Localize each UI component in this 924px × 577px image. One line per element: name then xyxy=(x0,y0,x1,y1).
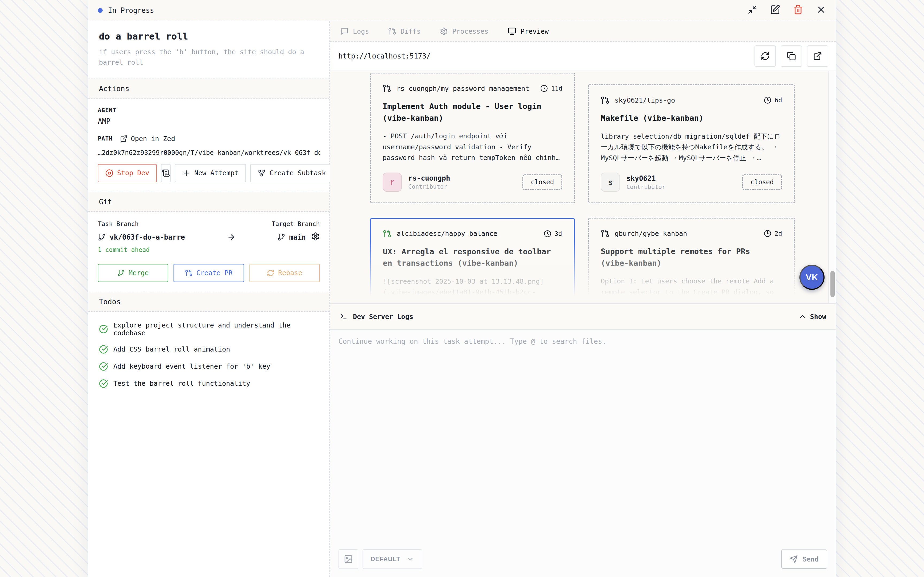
card-body: ![screenshot 2025-10-03 at 13.13.48.png]… xyxy=(383,276,562,303)
dev-logs-button[interactable] xyxy=(161,164,171,182)
check-circle-icon xyxy=(99,362,108,371)
create-subtask-button[interactable]: Create Subtask xyxy=(250,164,333,182)
preview-scrollbar[interactable] xyxy=(828,71,836,303)
attempt-tabs: Logs Diffs Processes Preview xyxy=(330,21,836,42)
actions-section: AGENT AMP PATH Open in Zed …2dz0k7n62z93… xyxy=(88,98,330,192)
tab-diffs[interactable]: Diffs xyxy=(388,27,420,35)
preview-viewport: rs-cuongph/my-password-management 11d Im… xyxy=(330,71,836,303)
todo-item: Add CSS barrel roll animation xyxy=(99,345,319,354)
clock-icon xyxy=(764,230,771,237)
trash-icon xyxy=(793,5,803,15)
monitor-icon xyxy=(508,27,516,35)
tab-processes[interactable]: Processes xyxy=(440,27,488,35)
todos-section-heading: Todos xyxy=(88,292,330,312)
card-role: Contributor xyxy=(627,184,736,190)
card-author: rs-cuongph xyxy=(408,174,516,182)
git-pull-request-icon xyxy=(383,229,391,238)
avatar: r xyxy=(383,172,402,192)
task-description: if users press the 'b' button, the site … xyxy=(99,47,319,68)
send-button[interactable]: Send xyxy=(781,550,827,569)
path-label: PATH xyxy=(98,135,113,142)
card-title: UX: Arregla el responsive de toolbar en … xyxy=(383,246,562,269)
agent-value: AMP xyxy=(98,117,320,125)
card-age: 3d xyxy=(544,230,562,237)
copy-icon xyxy=(787,52,796,61)
git-pull-request-icon xyxy=(185,269,192,277)
attach-image-button[interactable] xyxy=(338,549,358,569)
preview-url-bar: http://localhost:5173/ xyxy=(330,42,836,71)
git-pull-request-icon xyxy=(388,27,396,35)
stop-dev-button[interactable]: Stop Dev xyxy=(98,164,157,182)
copy-url-button[interactable] xyxy=(781,45,802,67)
image-icon xyxy=(344,554,353,564)
tab-logs[interactable]: Logs xyxy=(341,27,369,35)
show-logs-button[interactable]: Show xyxy=(798,313,826,321)
git-section-heading: Git xyxy=(88,192,330,212)
rebase-button[interactable]: Rebase xyxy=(249,264,320,282)
pr-card[interactable]: gburch/gybe-kanban 2d Support multiple r… xyxy=(588,218,795,303)
new-attempt-button[interactable]: New Attempt xyxy=(175,164,246,182)
branch-settings-button[interactable] xyxy=(311,232,320,243)
card-title: Support multiple remotes for PRs (vibe-k… xyxy=(601,246,782,269)
edit-task-button[interactable] xyxy=(770,5,780,16)
check-circle-icon xyxy=(99,324,108,334)
dev-server-logs-bar[interactable]: Dev Server Logs Show xyxy=(330,303,836,330)
arrow-right-icon xyxy=(185,233,278,242)
task-branch-label: Task Branch xyxy=(98,221,139,227)
scrollbar-thumb[interactable] xyxy=(830,271,835,297)
git-pull-request-icon xyxy=(383,84,391,93)
card-repo: sky0621/tips-go xyxy=(615,97,759,104)
task-detail-dialog: In Progress do a barrel roll if users pr… xyxy=(88,0,836,577)
pr-card-selected[interactable]: alcibiadesc/happy-balance 3d UX: Arregla… xyxy=(370,218,575,303)
preview-url[interactable]: http://localhost:5173/ xyxy=(338,52,754,60)
card-age: 11d xyxy=(540,85,562,92)
clock-icon xyxy=(544,230,551,237)
card-repo: rs-cuongph/my-password-management xyxy=(396,85,535,92)
clock-icon xyxy=(540,85,548,92)
pr-card[interactable]: sky0621/tips-go 6d Makefile (vibe-kanban… xyxy=(588,84,795,203)
close-button[interactable] xyxy=(816,5,826,16)
pr-card[interactable]: rs-cuongph/my-password-management 11d Im… xyxy=(370,73,575,203)
card-role: Contributor xyxy=(408,183,516,190)
dialog-header: In Progress xyxy=(88,0,836,21)
composer: DEFAULT Send xyxy=(330,330,836,577)
git-pull-request-icon xyxy=(601,96,609,105)
status-badge: closed xyxy=(742,174,782,190)
minimize-button[interactable] xyxy=(748,5,757,16)
close-icon xyxy=(816,5,826,15)
message-square-icon xyxy=(341,27,349,35)
clock-icon xyxy=(764,97,771,104)
dialog-controls xyxy=(748,5,826,16)
status-dot-icon xyxy=(98,8,103,13)
gear-icon xyxy=(311,232,320,241)
followup-input[interactable] xyxy=(338,337,777,369)
card-age: 6d xyxy=(764,97,782,104)
task-sidebar: do a barrel roll if users press the 'b' … xyxy=(88,21,330,577)
open-in-browser-button[interactable] xyxy=(807,45,828,67)
model-select[interactable]: DEFAULT xyxy=(363,549,422,569)
git-section: Task Branch Target Branch vk/063f-do-a-b… xyxy=(88,212,330,292)
card-title: Makefile (vibe-kanban) xyxy=(601,113,782,124)
refresh-icon xyxy=(267,269,274,277)
merge-button[interactable]: Merge xyxy=(98,264,168,282)
avatar: s xyxy=(601,172,620,192)
git-branch-icon xyxy=(277,233,285,241)
actions-section-heading: Actions xyxy=(88,79,330,98)
vibe-kanban-fab[interactable]: VK xyxy=(800,265,825,290)
attempt-panel: Logs Diffs Processes Preview xyxy=(330,21,836,577)
open-in-zed-link[interactable]: Open in Zed xyxy=(120,135,175,143)
check-circle-icon xyxy=(99,379,108,388)
delete-task-button[interactable] xyxy=(793,5,803,16)
screen: In Progress do a barrel roll if users pr… xyxy=(0,0,924,577)
git-branch-icon xyxy=(117,269,125,277)
stop-circle-icon xyxy=(105,169,113,177)
status-badge: closed xyxy=(522,174,562,190)
target-branch: main xyxy=(277,232,320,243)
worktree-path: …2dz0k7n62z93299r0000gn/T/vibe-kanban/wo… xyxy=(98,149,320,156)
create-pr-button[interactable]: Create PR xyxy=(173,264,244,282)
tab-preview[interactable]: Preview xyxy=(508,27,549,35)
todo-item: Add keyboard event listener for 'b' key xyxy=(99,362,319,371)
target-branch-label: Target Branch xyxy=(271,221,320,227)
refresh-preview-button[interactable] xyxy=(754,45,776,67)
card-author: sky0621 xyxy=(627,174,736,182)
